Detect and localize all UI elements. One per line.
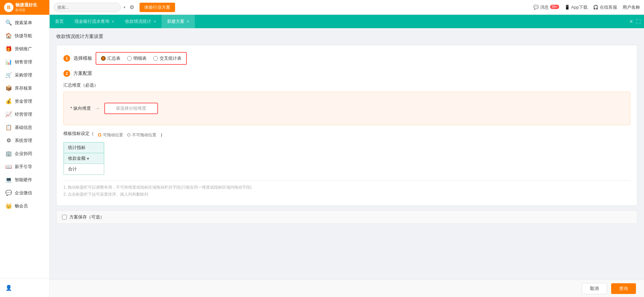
sidebar-item-7[interactable]: 📈经营管理 — [0, 108, 49, 121]
sidebar-icon-7: 📈 — [5, 111, 12, 117]
tab-3[interactable]: 新建方案✕ — [162, 15, 195, 28]
sidebar-item-bottom1[interactable]: 👤 — [0, 281, 49, 294]
sidebar-item-5[interactable]: 📦库存核算 — [0, 82, 49, 95]
col1-header[interactable]: 收款金额 ▾ — [64, 153, 104, 164]
sidebar-label-1: 快捷导航 — [15, 33, 32, 39]
dimension-select-button[interactable]: 请选择分组维度 — [104, 103, 158, 114]
sidebar-label-6: 资金管理 — [15, 98, 32, 104]
sidebar-item-4[interactable]: 🛒采购管理 — [0, 68, 49, 82]
page-title: 收款情况统计方案设置 — [56, 34, 637, 40]
draggable-label: 可拖动位置 — [103, 132, 123, 138]
user-icon: 👤 — [5, 285, 12, 291]
sidebar-logo: B 畅捷通好生 标准版 — [0, 0, 49, 15]
trial-button[interactable]: 体验行业方案 — [140, 3, 175, 12]
non-draggable-dot — [127, 133, 130, 137]
radio-label-cross: 交叉统计表 — [160, 55, 181, 61]
download-item[interactable]: 📱 App下载 — [565, 4, 588, 10]
tab-label-0: 首页 — [55, 18, 64, 24]
tab-expand-button[interactable]: ⛶ — [636, 19, 641, 24]
main-card: 1 选择模板 汇总表明细表交叉统计表 2 方案配置 汇总维度（必选） * 纵向维… — [56, 45, 637, 206]
dimension-title: 汇总维度（必选） — [63, 82, 630, 88]
message-item[interactable]: 💬 消息 99+ — [533, 4, 559, 10]
sidebar-item-1[interactable]: 🏠快捷导航 — [0, 29, 49, 42]
query-button[interactable]: 查询 — [611, 283, 636, 294]
draggable-dot — [98, 133, 101, 137]
radio-input-summary[interactable] — [101, 56, 106, 61]
radio-label-summary: 汇总表 — [107, 55, 120, 61]
sidebar-icon-5: 📦 — [5, 85, 12, 91]
sidebar-item-0[interactable]: 🔍搜索菜单 — [0, 16, 49, 29]
plan-config: 汇总维度（必选） * 纵向维度 → 请选择分组维度 模板指标设定（ 可拖动位置 — [63, 82, 630, 197]
sidebar-label-0: 搜索菜单 — [15, 20, 32, 26]
vertical-label: * 纵向维度 — [70, 105, 91, 111]
tab-close-3[interactable]: ✕ — [186, 19, 190, 24]
sidebar: B 畅捷通好生 标准版 🔍搜索菜单🏠快捷导航🎁营销推广📊销售管理🛒采购管理📦库存… — [0, 0, 50, 297]
sidebar-icon-8: 📋 — [5, 124, 12, 131]
tab-close-all-button[interactable]: ✕ — [629, 19, 633, 24]
sidebar-item-13[interactable]: 💬企业微信 — [0, 186, 49, 199]
sidebar-item-6[interactable]: 💰资金管理 — [0, 95, 49, 108]
tab-close-1[interactable]: ✕ — [111, 19, 114, 24]
sidebar-bottom: 👤 — [0, 278, 49, 297]
sidebar-label-8: 基础信息 — [15, 125, 32, 131]
radio-option-detail[interactable]: 明细表 — [127, 55, 147, 61]
radio-option-summary[interactable]: 汇总表 — [101, 55, 120, 61]
draggable-hint: 可拖动位置 — [98, 132, 123, 138]
radio-label-detail: 明细表 — [133, 55, 147, 61]
tab-controls: ✕⛶ — [626, 19, 644, 24]
tab-1[interactable]: 现金银行流水查询✕ — [69, 15, 120, 28]
sidebar-icon-12: 💻 — [5, 177, 12, 183]
radio-input-detail[interactable] — [127, 56, 132, 61]
stat-header-cell: 统计指标 — [64, 142, 104, 153]
step1-label: 选择模板 — [73, 55, 92, 61]
metrics-col-row: 收款金额 ▾ — [64, 153, 104, 164]
tab-0[interactable]: 首页 — [50, 15, 69, 28]
metrics-val-row: 合计 — [64, 164, 104, 175]
step2-header: 2 方案配置 — [63, 70, 630, 77]
dimension-box: * 纵向维度 → 请选择分组维度 — [63, 92, 630, 125]
tab-2[interactable]: 收款情况统计✕ — [120, 15, 162, 28]
dropdown-arrow-icon[interactable]: ▾ — [123, 5, 125, 10]
metrics-section: 模板指标设定（ 可拖动位置 不可拖动位置 ） — [63, 131, 630, 175]
tab-close-2[interactable]: ✕ — [153, 19, 156, 24]
save-checkbox[interactable] — [62, 215, 67, 219]
sidebar-item-12[interactable]: 💻智能硬件 — [0, 173, 49, 186]
sidebar-item-14[interactable]: 👑畅会员 — [0, 199, 49, 212]
sidebar-item-8[interactable]: 📋基础信息 — [0, 121, 49, 134]
sidebar-item-2[interactable]: 🎁营销推广 — [0, 42, 49, 55]
message-icon: 💬 — [533, 5, 539, 10]
search-input[interactable] — [54, 3, 121, 12]
service-item[interactable]: 🎧 在线客服 — [593, 4, 617, 10]
tab-label-1: 现金银行流水查询 — [74, 18, 109, 24]
sidebar-item-3[interactable]: 📊销售管理 — [0, 55, 49, 68]
sidebar-icon-4: 🛒 — [5, 72, 12, 78]
message-label: 消息 — [540, 4, 549, 10]
cancel-button[interactable]: 取消 — [582, 283, 607, 294]
sidebar-label-11: 新手引导 — [15, 164, 32, 170]
page-content: 收款情况统计方案设置 1 选择模板 汇总表明细表交叉统计表 2 方案配置 汇总维… — [50, 28, 644, 280]
page-footer: 取消 查询 — [50, 280, 644, 297]
logo-text: 畅捷通好生 — [15, 2, 37, 8]
save-option-label: 方案保存（可选） — [69, 214, 104, 220]
sidebar-label-7: 经营管理 — [15, 111, 32, 117]
tips-section: 1. 拖动标题栏可以调整布局，不可跨维度或指标区域拖动栏目字段(只能在同一维度或… — [63, 180, 630, 197]
sidebar-label-3: 销售管理 — [15, 59, 32, 65]
save-option-row: 方案保存（可选） — [56, 210, 637, 224]
radio-option-cross[interactable]: 交叉统计表 — [153, 55, 181, 61]
sidebar-item-11[interactable]: 📖新手引导 — [0, 160, 49, 173]
download-icon: 📱 — [565, 5, 570, 10]
radio-input-cross[interactable] — [153, 56, 158, 61]
sidebar-label-14: 畅会员 — [15, 203, 28, 209]
logo-sub: 标准版 — [15, 8, 37, 12]
sidebar-item-10[interactable]: 🏢企业协同 — [0, 147, 49, 160]
sidebar-icon-3: 📊 — [5, 59, 12, 65]
step2-badge: 2 — [63, 70, 70, 77]
col1-chevron-icon: ▾ — [87, 156, 89, 161]
sidebar-icon-2: 🎁 — [5, 46, 12, 52]
tab-label-2: 收款情况统计 — [125, 18, 151, 24]
sidebar-item-9[interactable]: ⚙系统管理 — [0, 134, 49, 147]
metrics-stat-header: 统计指标 — [64, 142, 104, 153]
gear-icon[interactable]: ⚙ — [129, 4, 134, 10]
sidebar-icon-11: 📖 — [5, 163, 12, 170]
sidebar-icon-10: 🏢 — [5, 150, 12, 157]
